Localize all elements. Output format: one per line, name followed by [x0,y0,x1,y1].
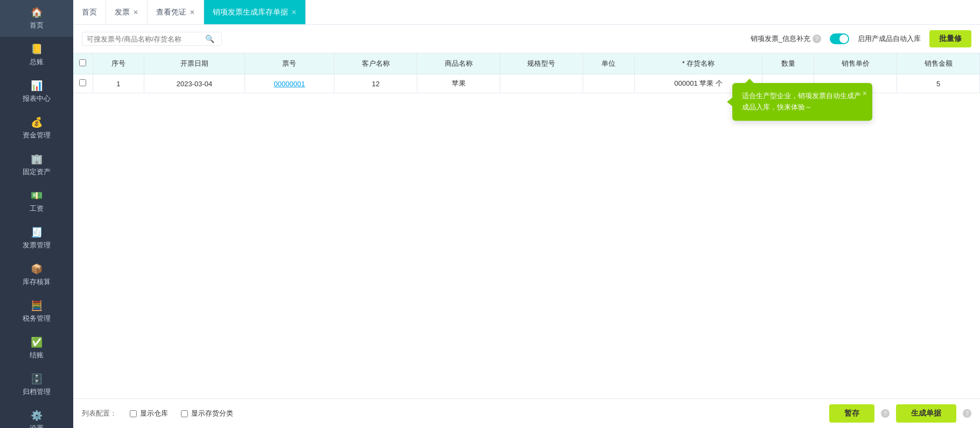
th-checkbox [73,53,93,74]
batch-button[interactable]: 批量修 [929,30,971,47]
toggle-switch[interactable] [830,33,849,44]
show-inventory-category-group: 显示存货分类 [181,409,233,418]
sidebar-item-home[interactable]: 🏠 首页 [0,0,73,37]
tab-invoice[interactable]: 发票 ✕ [106,0,148,24]
th-qty: 数量 [762,53,814,74]
tab-invoice-close[interactable]: ✕ [133,9,138,16]
toggle-knob [839,34,848,43]
sidebar-item-inventory[interactable]: 📦 库存核算 [0,257,73,293]
sidebar-item-funds[interactable]: 💰 资金管理 [0,110,73,147]
generate-button[interactable]: 生成单据 [896,404,956,423]
ledger-icon: 📒 [31,43,43,55]
td-customer: 12 [334,74,417,93]
tooltip-close-button[interactable]: × [863,87,867,99]
inventory-icon: 📦 [31,263,43,275]
search-input[interactable] [87,35,205,43]
show-inventory-category-checkbox[interactable] [181,410,188,417]
search-box[interactable]: 🔍 [82,32,222,46]
tab-voucher[interactable]: 查看凭证 ✕ [148,0,204,24]
sidebar-item-settlement[interactable]: ✅ 结账 [0,330,73,367]
save-help-icon[interactable]: ? [881,409,890,418]
show-warehouse-checkbox[interactable] [130,410,137,417]
tooltip-popup: × 适合生产型企业，销项发票自动生成产成品入库，快来体验～ [732,83,872,121]
show-warehouse-group: 显示仓库 [130,409,168,418]
tab-cancel-close[interactable]: ✕ [291,9,297,16]
td-date: 2023-03-04 [144,74,244,93]
th-amount: 销售金额 [897,53,980,74]
toolbar-right: 销项发票_信息补充 ? 启用产成品自动入库 批量修 [751,30,971,47]
toolbar: 🔍 销项发票_信息补充 ? 启用产成品自动入库 批量修 [73,25,980,53]
tab-home[interactable]: 首页 [73,0,106,24]
td-checkbox [73,74,93,93]
footer-config-label: 列表配置： [82,409,117,418]
fixed-assets-icon: 🏢 [31,153,43,165]
th-price: 销售单价 [814,53,897,74]
footer-buttons: 暂存 ? 生成单据 ? [829,404,971,423]
settings-icon: ⚙️ [31,410,43,422]
th-product: 商品名称 [417,53,500,74]
sidebar-item-payroll[interactable]: 💵 工资 [0,183,73,220]
td-seq: 1 [93,74,144,93]
page-area: 🔍 销项发票_信息补充 ? 启用产成品自动入库 批量修 [73,25,980,428]
row-checkbox[interactable] [79,79,86,86]
sidebar-item-invoice-mgmt[interactable]: 🧾 发票管理 [0,220,73,257]
td-unit [583,74,634,93]
toggle-label: 启用产成品自动入库 [858,34,921,44]
home-icon: 🏠 [31,6,43,18]
invoice-mgmt-icon: 🧾 [31,226,43,238]
sidebar-item-settings[interactable]: ⚙️ 设置 [0,403,73,428]
th-spec: 规格型号 [500,53,583,74]
select-all-checkbox[interactable] [79,59,86,66]
th-seq: 序号 [93,53,144,74]
sidebar-item-ledger[interactable]: 📒 总账 [0,37,73,73]
show-inventory-category-label: 显示存货分类 [191,409,233,418]
td-no[interactable]: 00000001 [244,74,334,93]
table-header-row: 序号 开票日期 票号 客户名称 商品名称 规格型号 单位 * 存货名称 数量 销… [73,53,980,74]
archive-icon: 🗄️ [31,373,43,385]
tab-voucher-close[interactable]: ✕ [190,9,195,16]
tooltip-arrow [727,98,732,106]
sidebar-item-fixed-assets[interactable]: 🏢 固定资产 [0,147,73,183]
payroll-icon: 💵 [31,190,43,202]
tax-icon: 🧮 [31,300,43,312]
th-no: 票号 [244,53,334,74]
tabbar: 首页 发票 ✕ 查看凭证 ✕ 销项发票生成库存单据 ✕ [73,0,980,25]
main-area: 首页 发票 ✕ 查看凭证 ✕ 销项发票生成库存单据 ✕ 🔍 销项发票_信息补充 … [73,0,980,428]
info-help-icon[interactable]: ? [813,34,821,43]
td-amount: 5 [897,74,980,93]
sidebar: 🏠 首页 📒 总账 📊 报表中心 💰 资金管理 🏢 固定资产 💵 工资 🧾 发票… [0,0,73,428]
show-warehouse-label: 显示仓库 [140,409,168,418]
th-customer: 客户名称 [334,53,417,74]
settlement-icon: ✅ [31,336,43,348]
report-icon: 📊 [31,80,43,92]
sidebar-item-report[interactable]: 📊 报表中心 [0,73,73,110]
sidebar-item-archive[interactable]: 🗄️ 归档管理 [0,367,73,403]
tooltip-text: 适合生产型企业，销项发票自动生成产成品入库，快来体验～ [742,92,861,111]
generate-help-icon[interactable]: ? [963,409,971,418]
td-product: 苹果 [417,74,500,93]
sidebar-item-tax[interactable]: 🧮 税务管理 [0,293,73,330]
th-inventory: * 存货名称 [634,53,762,74]
th-unit: 单位 [583,53,634,74]
info-label: 销项发票_信息补充 ? [751,34,821,44]
funds-icon: 💰 [31,116,43,128]
tab-cancel[interactable]: 销项发票生成库存单据 ✕ [204,0,306,24]
save-button[interactable]: 暂存 [829,404,874,423]
th-date: 开票日期 [144,53,244,74]
td-spec [500,74,583,93]
footer-bar: 列表配置： 显示仓库 显示存货分类 暂存 ? 生成单据 ? [73,398,980,428]
search-icon: 🔍 [205,34,214,43]
